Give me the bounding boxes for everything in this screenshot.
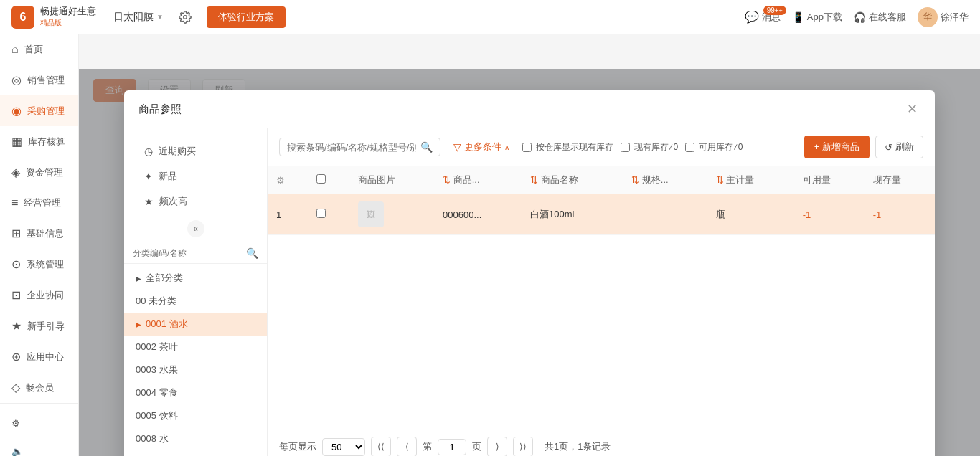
cat-item-0002[interactable]: 0002 茶叶	[124, 336, 267, 358]
collapse-btn[interactable]: «	[187, 220, 204, 237]
new-product-btn[interactable]: ✦ 新品	[136, 164, 255, 189]
last-page-btn[interactable]: ⟩⟩	[513, 437, 533, 456]
sidebar-guide-label: 新手引导	[27, 320, 65, 333]
select-all-checkbox[interactable]	[316, 174, 326, 184]
current-stock-checkbox-group[interactable]: 现有库存≠0	[621, 141, 678, 153]
modal-close-btn[interactable]: ✕	[903, 100, 920, 118]
sort-spec-icon[interactable]: ⇅	[631, 174, 639, 185]
cat-item-0008[interactable]: 0008 水	[124, 427, 267, 450]
nav-selector[interactable]: 日太阳膜 ▼	[105, 0, 172, 34]
app-name: 畅捷通好生意	[40, 6, 96, 18]
sidebar-item-purchase[interactable]: ◉ 采购管理	[0, 95, 78, 126]
basic-icon: ⊞	[11, 227, 21, 240]
available-stock-checkbox[interactable]	[685, 143, 694, 152]
volume-icon: 🔈	[11, 446, 23, 456]
selector-label: 日太阳膜	[113, 11, 154, 24]
cat-item-0010[interactable]: 0010 家电	[124, 450, 267, 456]
avatar: 华	[918, 7, 938, 27]
modal-header: 商品参照 ✕	[124, 90, 935, 128]
frequent-btn[interactable]: ★ 频次高	[136, 189, 255, 214]
product-search-icon[interactable]: 🔍	[420, 141, 433, 153]
current-stock-label: 现有库存≠0	[634, 141, 678, 153]
filter-arrow: ∧	[504, 143, 509, 151]
th-available: 可用量	[794, 166, 864, 194]
category-search-icon[interactable]: 🔍	[246, 247, 258, 259]
cell-stock: -1	[864, 194, 935, 235]
table-row[interactable]: 1 🖼	[268, 194, 935, 235]
product-table: ⚙ 商品图片 ⇅	[268, 166, 935, 235]
toolbar-right: + 新增商品 ↺ 刷新	[804, 136, 923, 158]
star-icon: ★	[144, 196, 154, 207]
new-label: 新品	[159, 170, 177, 183]
by-warehouse-checkbox[interactable]	[522, 143, 532, 152]
refresh-btn[interactable]: ↺ 刷新	[875, 136, 923, 158]
online-service-label: 在线客服	[869, 11, 906, 24]
sidebar-item-inventory[interactable]: ▦ 库存核算	[0, 126, 78, 157]
settings-nav-btn[interactable]	[172, 4, 198, 30]
product-search-input[interactable]	[287, 142, 416, 153]
trial-button[interactable]: 体验行业方案	[207, 6, 286, 28]
sidebar-item-guide[interactable]: ★ 新手引导	[0, 310, 78, 341]
sidebar: ⌂ 首页 ◎ 销售管理 ◉ 采购管理 ▦ 库存核算 ◈ 资金管理 ≡ 经营管理 …	[0, 34, 79, 456]
frequent-label: 频次高	[159, 195, 187, 208]
sidebar-item-sales[interactable]: ◎ 销售管理	[0, 65, 78, 95]
sidebar-item-member[interactable]: ◇ 畅会员	[0, 372, 78, 403]
logo-icon: 6	[11, 6, 34, 29]
cell-code: 000600...	[434, 194, 522, 235]
th-image: 商品图片	[349, 166, 434, 194]
per-page-label: 每页显示	[279, 440, 316, 453]
app-download-btn[interactable]: 📱 App下载	[792, 11, 842, 24]
sidebar-item-finance[interactable]: ◈ 资金管理	[0, 157, 78, 188]
cat-item-0001[interactable]: ▶ 0001 酒水	[124, 313, 267, 336]
online-service-btn[interactable]: 🎧 在线客服	[854, 11, 906, 24]
sidebar-item-home[interactable]: ⌂ 首页	[0, 34, 78, 65]
filter-btn[interactable]: ▽ 更多条件 ∧	[448, 138, 515, 156]
available-stock-checkbox-group[interactable]: 可用库存≠0	[685, 141, 743, 153]
sidebar-apps-label: 应用中心	[27, 351, 64, 364]
sidebar-bottom: ⚙ 🔈	[0, 403, 78, 456]
left-quick-nav: ◷ 近期购买 ✦ 新品 ★ 频次高	[124, 136, 267, 217]
current-stock-checkbox[interactable]	[621, 143, 630, 152]
sort-code-icon[interactable]: ⇅	[443, 174, 451, 185]
cat-item-0003[interactable]: 0003 水果	[124, 358, 267, 381]
sidebar-member-label: 畅会员	[26, 381, 54, 394]
recent-purchase-btn[interactable]: ◷ 近期购买	[136, 139, 255, 163]
sidebar-inventory-label: 库存核算	[28, 136, 65, 148]
page-number-input[interactable]	[438, 439, 466, 455]
category-search-input[interactable]	[133, 248, 246, 258]
prev-page-btn[interactable]: ⟨	[397, 437, 417, 456]
row-checkbox[interactable]	[316, 209, 326, 218]
next-page-btn[interactable]: ⟩	[487, 437, 507, 456]
user-avatar-btn[interactable]: 华 徐泽华	[918, 7, 969, 27]
cat-item-0004[interactable]: 0004 零食	[124, 381, 267, 404]
messages-badge: 99++	[763, 6, 786, 15]
recent-label: 近期购买	[159, 145, 196, 158]
cat-item-0005[interactable]: 0005 饮料	[124, 404, 267, 427]
sidebar-volume-btn[interactable]: 🔈	[0, 437, 78, 456]
sort-name-icon[interactable]: ⇅	[530, 174, 538, 185]
cat-item-all[interactable]: ▶ 全部分类	[124, 267, 267, 290]
by-warehouse-checkbox-group[interactable]: 按仓库显示现有库存	[522, 141, 613, 153]
purchase-icon: ◉	[11, 104, 22, 118]
table-settings-icon[interactable]: ⚙	[276, 175, 285, 186]
product-table-container: ⚙ 商品图片 ⇅	[268, 166, 935, 429]
sidebar-item-operation[interactable]: ≡ 经营管理	[0, 188, 78, 218]
modal-title: 商品参照	[138, 103, 182, 116]
messages-btn[interactable]: 💬 消息 99++	[745, 10, 781, 24]
cat-item-00[interactable]: 00 未分类	[124, 290, 267, 313]
sidebar-item-basic[interactable]: ⊞ 基础信息	[0, 218, 78, 249]
logo-area: 6 畅捷通好生意 精品版	[11, 6, 105, 29]
sort-unit-icon[interactable]: ⇅	[716, 174, 724, 185]
sidebar-item-apps[interactable]: ⊛ 应用中心	[0, 341, 78, 372]
sales-icon: ◎	[11, 73, 22, 87]
app-download-label: App下载	[807, 11, 842, 24]
add-product-btn[interactable]: + 新增商品	[804, 136, 870, 158]
per-page-select[interactable]: 50 100 200	[322, 438, 365, 456]
first-page-btn[interactable]: ⟨⟨	[371, 437, 391, 456]
sidebar-system-label: 系统管理	[27, 258, 64, 271]
sidebar-enterprise-label: 企业协同	[27, 289, 64, 302]
sidebar-settings-btn[interactable]: ⚙	[0, 409, 78, 437]
sidebar-item-system[interactable]: ⊙ 系统管理	[0, 249, 78, 280]
sidebar-item-enterprise[interactable]: ⊡ 企业协同	[0, 280, 78, 310]
top-nav: 6 畅捷通好生意 精品版 日太阳膜 ▼ 体验行业方案 💬 消息 99++ 📱 A…	[0, 0, 980, 34]
